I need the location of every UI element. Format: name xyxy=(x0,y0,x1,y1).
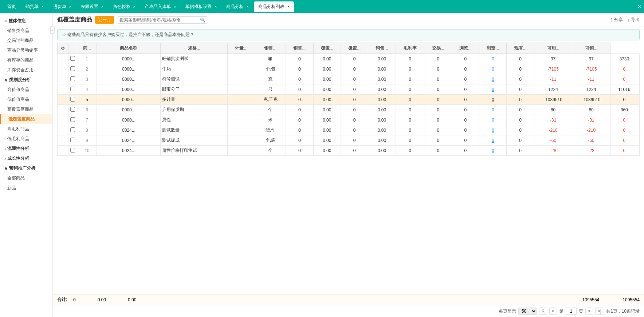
share-icon: ⤴ xyxy=(610,17,613,23)
tab-role-close[interactable]: × xyxy=(133,5,136,9)
tab-permission[interactable]: 权限设置 × xyxy=(76,1,108,12)
browse1-col-header[interactable]: 浏览... xyxy=(452,43,479,54)
sidebar-marketing-header[interactable]: ∨ 营销推广分析 xyxy=(0,163,52,173)
row-checkbox[interactable] xyxy=(68,146,77,156)
prev-page-button[interactable]: < xyxy=(549,308,557,315)
sales-amt-col-header[interactable]: 销售... xyxy=(286,43,313,54)
search-box[interactable]: 🔍 xyxy=(117,16,208,24)
sidebar-collapse-button[interactable]: « xyxy=(50,26,55,34)
sales-count-col-header[interactable]: 销售... xyxy=(368,43,396,54)
row-browse1[interactable]: 0 xyxy=(479,84,507,95)
unit-col-header[interactable]: 计量... xyxy=(228,43,255,54)
first-page-button[interactable]: K xyxy=(539,308,547,315)
row-browse1[interactable]: 0 xyxy=(479,105,507,115)
row-browse1[interactable]: 0 xyxy=(479,54,507,64)
tab-template[interactable]: 单据模板设置 × xyxy=(181,1,221,12)
sidebar-item-low-margin[interactable]: 低毛利商品 xyxy=(0,134,52,144)
sidebar-item-low-coverage[interactable]: 低覆盖度商品 xyxy=(0,114,52,124)
row-checkbox[interactable] xyxy=(68,115,77,125)
tab-permission-close[interactable]: × xyxy=(101,5,103,9)
sidebar-item-low-value[interactable]: 低价值商品 xyxy=(0,95,52,104)
row-browse1[interactable]: 0 xyxy=(479,64,507,74)
sidebar-category-analysis-header[interactable]: ∨ 类别度分析 xyxy=(0,75,52,85)
sidebar-item-all-goods[interactable]: 全部商品 xyxy=(0,173,52,183)
page-number-input[interactable] xyxy=(566,308,577,315)
settings-col-header[interactable]: ⚙ xyxy=(58,43,68,54)
tab-template-close[interactable]: × xyxy=(215,5,217,9)
row-spec xyxy=(228,115,255,125)
settings-icon[interactable]: ⚙ xyxy=(61,46,65,51)
row-browse1[interactable]: 0 xyxy=(479,135,507,146)
sidebar-item-category-rate[interactable]: 商品分类动销率 xyxy=(0,45,52,55)
tab-analysis-list[interactable]: 商品分析列表 × xyxy=(254,1,294,12)
row-checkbox[interactable] xyxy=(68,125,77,135)
row-browse1[interactable]: 0 xyxy=(479,146,507,156)
sidebar-item-high-value[interactable]: 高价值商品 xyxy=(0,85,52,95)
row-checkbox[interactable] xyxy=(68,135,77,146)
sidebar-liquidity-header[interactable]: › 流通性分析 xyxy=(0,144,52,154)
cov2-col-header[interactable]: 覆盖... xyxy=(341,43,368,54)
search-input[interactable] xyxy=(119,17,200,23)
gross-rate-col-header[interactable]: 毛利率 xyxy=(396,43,424,54)
current-stock-col-header[interactable]: 现有... xyxy=(507,43,534,54)
tab-analysis-list-label: 商品分析列表 xyxy=(258,4,284,10)
sidebar-growth-header[interactable]: › 成长性分析 xyxy=(0,154,52,163)
sidebar-overall-header[interactable]: ≡ 整体信息 xyxy=(0,16,52,26)
row-browse2: 0 xyxy=(507,125,534,135)
code-col-header[interactable]: 商... xyxy=(77,43,97,54)
tab-warehouse-close[interactable]: × xyxy=(174,5,176,9)
per-page-select[interactable]: 50 20 100 xyxy=(518,308,537,315)
share-button[interactable]: ⤴ 分享 xyxy=(610,17,623,23)
sidebar-item-high-margin[interactable]: 高毛利商品 xyxy=(0,124,52,134)
transaction-col-header[interactable]: 交易... xyxy=(424,43,452,54)
sidebar-item-traded-goods[interactable]: 交易过的商品 xyxy=(0,36,52,45)
row-browse1[interactable]: 0 xyxy=(479,115,507,125)
sidebar-item-stock-fund[interactable]: 库存资金占用 xyxy=(0,65,52,75)
tab-purchase-close[interactable]: × xyxy=(69,5,71,9)
sidebar-item-sales-goods[interactable]: 销售类商品 xyxy=(0,26,52,36)
tab-sales-close[interactable]: × xyxy=(42,5,44,9)
tab-analysis-close[interactable]: × xyxy=(247,5,249,9)
cov1-col-header[interactable]: 覆盖... xyxy=(313,43,341,54)
row-checkbox[interactable] xyxy=(68,95,77,105)
row-checkbox[interactable] xyxy=(68,64,77,74)
row-browse1[interactable]: 0 xyxy=(479,74,507,84)
last-page-button[interactable]: >| xyxy=(595,308,604,315)
table-wrapper[interactable]: ⚙ 商... 商品名称 规格... 计量... 销售... 销售... 覆盖..… xyxy=(53,43,644,294)
sidebar-item-in-stock[interactable]: 有库存的商品 xyxy=(0,55,52,65)
row-sales-count: 0 xyxy=(396,95,424,105)
close-all-tabs[interactable]: × xyxy=(638,3,641,10)
tab-analysis-list-close[interactable]: × xyxy=(287,5,290,9)
row-checkbox[interactable] xyxy=(68,84,77,95)
tab-analysis[interactable]: 商品分析 × xyxy=(222,1,253,12)
pagination-bar: 每页显示 50 20 100 K < 第 页 > >| 共1页，10条记录 xyxy=(53,305,644,317)
row-browse1[interactable]: 0 xyxy=(479,125,507,135)
sidebar-overall-label: 整体信息 xyxy=(8,18,26,24)
sidebar-item-high-coverage[interactable]: 高覆盖度商品 xyxy=(0,104,52,114)
row-cov1: 0 xyxy=(341,125,368,135)
tab-sales[interactable]: 销货单 × xyxy=(21,1,48,12)
row-sales-qty: 0 xyxy=(286,95,313,105)
spec-col-header[interactable]: 规格... xyxy=(161,43,228,54)
tab-purchase[interactable]: 进货单 × xyxy=(49,1,76,12)
row-checkbox[interactable] xyxy=(68,105,77,115)
name-col-header[interactable]: 商品名称 xyxy=(97,43,161,54)
row-checkbox[interactable] xyxy=(68,74,77,84)
period-button[interactable]: 近一月 xyxy=(95,16,114,24)
row-browse1[interactable]: 0 xyxy=(479,95,507,105)
tab-home[interactable]: 首页 xyxy=(3,1,20,12)
search-icon[interactable]: 🔍 xyxy=(200,17,205,23)
browse2-col-header[interactable]: 浏览... xyxy=(479,43,507,54)
export-button[interactable]: ↓ 导出 xyxy=(627,17,640,23)
row-checkbox[interactable] xyxy=(68,54,77,64)
row-settings xyxy=(58,84,68,95)
row-sales-count: 0 xyxy=(396,54,424,64)
tab-warehouse[interactable]: 产成品入库单 × xyxy=(140,1,180,12)
next-page-button[interactable]: > xyxy=(585,308,593,315)
tab-role[interactable]: 角色授权 × xyxy=(109,1,140,12)
sidebar-item-new-goods[interactable]: 新品 xyxy=(0,183,52,193)
row-sales-count: 0 xyxy=(396,146,424,156)
sales-qty-col-header[interactable]: 销售... xyxy=(255,43,286,54)
available-col-header[interactable]: 可用... xyxy=(534,43,572,54)
saleable-col-header[interactable]: 可销... xyxy=(572,43,610,54)
